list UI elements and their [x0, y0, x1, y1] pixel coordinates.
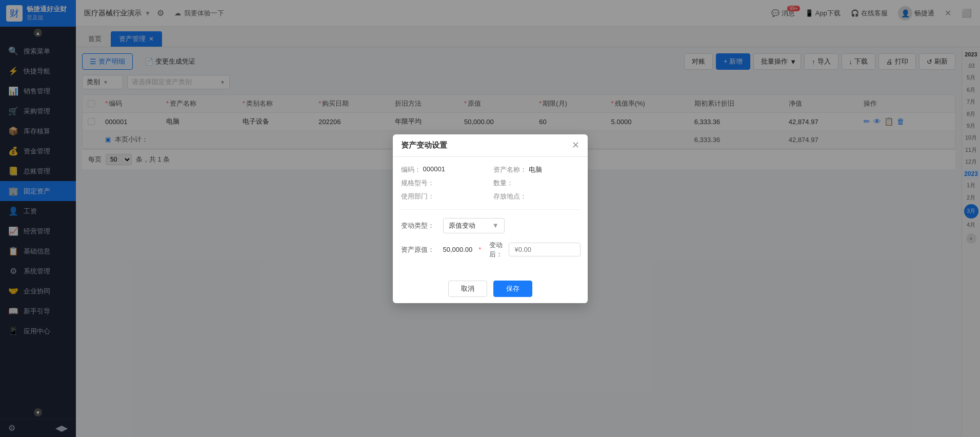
- modal-footer: 取消 保存: [393, 274, 588, 303]
- modal-code-value: 000001: [423, 165, 445, 174]
- modal-header: 资产变动设置 ✕: [393, 134, 588, 157]
- cancel-button[interactable]: 取消: [448, 281, 487, 297]
- asset-change-modal: 资产变动设置 ✕ 编码： 000001 资产名称： 电脑 规格型号： 数量：: [393, 134, 588, 303]
- asset-value-label: 资产原值：: [401, 245, 437, 254]
- required-star: *: [478, 246, 481, 253]
- modal-name-item: 资产名称： 电脑: [493, 165, 579, 174]
- modal-name-value: 电脑: [529, 165, 542, 174]
- modal-info-grid: 编码： 000001 资产名称： 电脑 规格型号： 数量： 使用部门：: [401, 165, 579, 210]
- change-type-dropdown-icon: ▼: [492, 222, 499, 229]
- modal-location-item: 存放地点：: [493, 192, 579, 201]
- modal-body: 编码： 000001 资产名称： 电脑 规格型号： 数量： 使用部门：: [393, 157, 588, 274]
- modal-overlay: 资产变动设置 ✕ 编码： 000001 资产名称： 电脑 规格型号： 数量：: [0, 0, 980, 437]
- modal-value-row: 资产原值： 50,000.00 * 变动后：: [401, 241, 579, 259]
- modal-quantity-item: 数量：: [493, 178, 579, 188]
- modal-code-item: 编码： 000001: [401, 165, 487, 174]
- modal-spec-item: 规格型号：: [401, 178, 487, 188]
- after-value-input[interactable]: [509, 243, 581, 256]
- modal-title: 资产变动设置: [401, 141, 447, 150]
- change-type-select[interactable]: 原值变动 ▼: [443, 218, 505, 233]
- modal-change-type-row: 变动类型： 原值变动 ▼: [401, 218, 579, 233]
- save-button[interactable]: 保存: [493, 281, 532, 297]
- asset-original-value: 50,000.00: [443, 246, 473, 253]
- after-label: 变动后：: [489, 241, 503, 259]
- modal-dept-item: 使用部门：: [401, 192, 487, 201]
- modal-close-button[interactable]: ✕: [572, 141, 579, 150]
- change-type-label: 变动类型：: [401, 221, 437, 230]
